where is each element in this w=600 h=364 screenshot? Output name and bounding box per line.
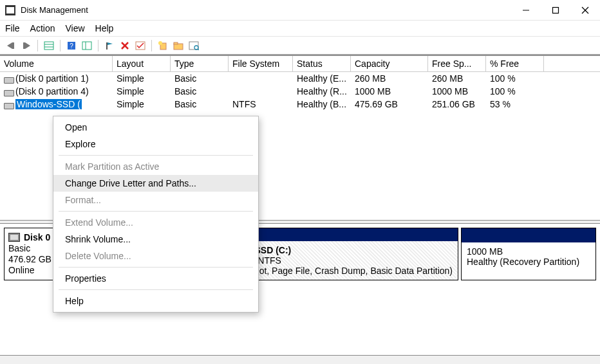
back-button[interactable] [5, 40, 17, 51]
cm-shrink[interactable]: Shrink Volume... [53, 231, 258, 248]
window-controls [511, 0, 600, 21]
volume-row[interactable]: (Disk 0 partition 1) Simple Basic Health… [0, 72, 600, 85]
svg-rect-5 [12, 42, 14, 49]
volume-icon [4, 87, 13, 95]
folder-icon[interactable] [173, 40, 184, 51]
window-titlebar: Disk Management [0, 0, 600, 21]
svg-line-26 [198, 49, 199, 50]
new-icon[interactable] [157, 40, 169, 51]
col-status[interactable]: Status [293, 56, 351, 71]
col-type[interactable]: Type [171, 56, 229, 71]
help-icon[interactable]: ? [66, 40, 77, 51]
svg-rect-1 [553, 7, 559, 13]
status-bar [0, 355, 600, 364]
svg-marker-4 [7, 42, 12, 49]
menu-file[interactable]: File [5, 23, 20, 33]
cm-explore[interactable]: Explore [53, 136, 258, 152]
col-fs[interactable]: File System [229, 56, 293, 71]
menu-view[interactable]: View [65, 23, 84, 33]
check-icon[interactable] [135, 40, 146, 51]
cm-properties[interactable]: Properties [53, 270, 258, 287]
partition-bar [462, 228, 595, 242]
cm-separator [59, 267, 253, 268]
disk-title: Disk 0 [24, 232, 50, 242]
svg-point-21 [158, 41, 162, 45]
table-view-icon[interactable] [43, 40, 55, 51]
minimize-button[interactable] [511, 0, 541, 21]
volume-list-header: Volume Layout Type File System Status Ca… [0, 56, 600, 72]
flag-icon[interactable] [104, 40, 115, 51]
maximize-button[interactable] [541, 0, 570, 21]
col-capacity[interactable]: Capacity [351, 56, 428, 71]
menu-help[interactable]: Help [95, 23, 114, 33]
volume-icon [4, 100, 13, 108]
cm-open[interactable]: Open [53, 119, 258, 136]
partition[interactable]: 1000 MB Healthy (Recovery Partition) [461, 228, 596, 280]
cm-delete: Delete Volume... [53, 248, 258, 264]
cm-change-letter[interactable]: Change Drive Letter and Paths... [53, 175, 258, 192]
forward-button[interactable] [21, 40, 32, 51]
col-layout[interactable]: Layout [113, 56, 171, 71]
col-volume[interactable]: Volume [0, 56, 113, 71]
col-free[interactable]: Free Sp... [428, 56, 486, 71]
close-button[interactable] [570, 0, 600, 21]
volume-row[interactable]: (Disk 0 partition 4) Simple Basic Health… [0, 85, 600, 98]
svg-marker-6 [25, 42, 30, 49]
svg-rect-8 [44, 42, 53, 50]
disk-icon [8, 233, 20, 242]
cm-extend: Extend Volume... [53, 214, 258, 231]
svg-rect-23 [174, 42, 178, 44]
cm-separator [59, 155, 253, 156]
cm-separator [59, 289, 253, 290]
delete-icon[interactable] [119, 40, 131, 51]
cm-format: Format... [53, 192, 258, 208]
svg-text:?: ? [70, 42, 73, 50]
toolbar: ? [0, 36, 600, 55]
menubar: File Action View Help [0, 21, 600, 36]
cm-mark-active: Mark Partition as Active [53, 158, 258, 175]
svg-rect-15 [106, 42, 108, 50]
svg-marker-16 [108, 42, 113, 45]
cm-help[interactable]: Help [53, 293, 258, 309]
volume-icon [4, 75, 13, 82]
svg-rect-7 [23, 42, 25, 49]
properties-icon[interactable] [188, 40, 200, 51]
window-title: Disk Management [21, 5, 511, 15]
col-pct[interactable]: % Free [486, 56, 544, 71]
svg-rect-13 [82, 42, 91, 50]
list-view-icon[interactable] [81, 40, 93, 51]
context-menu: Open Explore Mark Partition as Active Ch… [53, 116, 259, 313]
app-icon [5, 5, 15, 15]
volume-row-selected[interactable]: Windows-SSD ( Simple Basic NTFS Healthy … [0, 98, 600, 111]
cm-separator [59, 211, 253, 212]
menu-action[interactable]: Action [30, 23, 55, 33]
